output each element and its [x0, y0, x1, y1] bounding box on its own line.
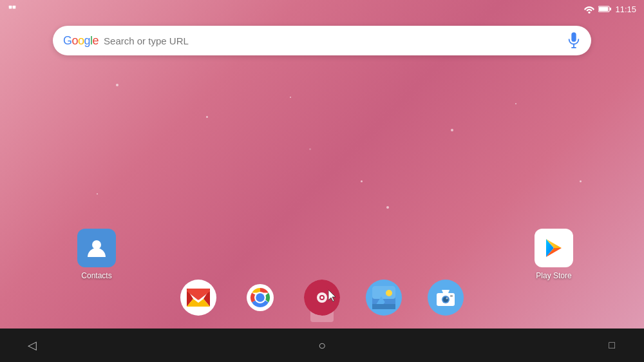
svg-rect-6 [571, 32, 576, 42]
clock: 11:15 [615, 5, 636, 14]
battery-icon [598, 5, 611, 13]
svg-point-2 [589, 12, 591, 14]
svg-rect-36 [372, 304, 395, 309]
google-logo: Google [63, 34, 99, 48]
gallery-dock-icon[interactable] [366, 280, 402, 316]
svg-point-25 [257, 294, 264, 301]
music-dock-icon[interactable] [304, 280, 340, 316]
wifi-icon [584, 5, 594, 14]
search-input[interactable] [104, 26, 562, 55]
status-left-icons [8, 5, 17, 14]
home-icon: ○ [318, 338, 326, 353]
home-button[interactable]: ○ [309, 332, 335, 358]
svg-rect-0 [9, 6, 12, 9]
svg-rect-1 [13, 6, 16, 9]
svg-point-33 [386, 290, 392, 296]
mic-icon[interactable] [567, 32, 581, 49]
camera-dock-icon[interactable] [428, 280, 464, 316]
back-icon: ◁ [28, 338, 37, 352]
taskbar: ◁ ○ □ [0, 329, 644, 362]
svg-marker-39 [442, 290, 450, 293]
search-bar[interactable]: Google [53, 26, 591, 55]
status-right-icons: 11:15 [584, 5, 636, 14]
status-bar: 11:15 [0, 0, 644, 18]
svg-rect-5 [610, 8, 611, 10]
dock [0, 272, 644, 323]
notification-icon [8, 5, 17, 14]
svg-point-29 [321, 296, 323, 299]
gmail-dock-icon[interactable] [180, 280, 216, 316]
recents-icon: □ [609, 339, 615, 351]
play-store-icon [535, 229, 573, 267]
svg-rect-43 [450, 295, 453, 297]
back-button[interactable]: ◁ [19, 332, 45, 358]
svg-point-42 [446, 298, 448, 300]
svg-rect-4 [600, 7, 609, 11]
contacts-icon [77, 229, 116, 267]
svg-point-9 [92, 240, 101, 249]
chrome-dock-icon[interactable] [242, 280, 278, 316]
recents-button[interactable]: □ [599, 332, 625, 358]
